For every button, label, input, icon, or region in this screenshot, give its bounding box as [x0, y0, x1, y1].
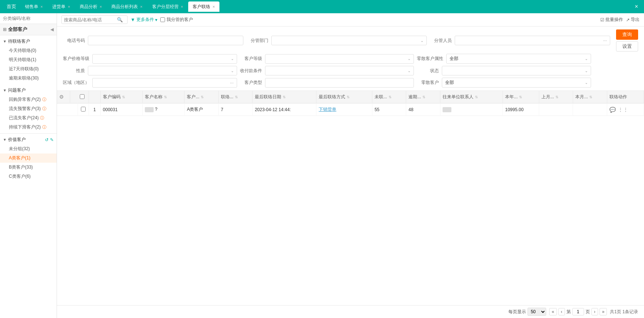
nav-home[interactable]: 首页 — [3, 2, 20, 11]
sidebar-item-class-a[interactable]: A类客户(1) — [0, 153, 57, 163]
tab-purchase-close[interactable]: × — [68, 4, 70, 9]
region-input[interactable]: ··· — [92, 78, 237, 88]
payment-input[interactable]: ⌄ — [265, 66, 414, 75]
td-contact-count: 7 — [218, 103, 252, 116]
refresh-icon[interactable]: ↺ — [45, 137, 49, 142]
phone-input[interactable] — [88, 36, 243, 45]
sidebar-item-churned[interactable]: 已流失客户(24) ⓘ — [0, 113, 57, 123]
sort-icon-unit-contact[interactable]: ⇅ — [475, 95, 478, 99]
page-number-input[interactable] — [572, 308, 584, 315]
dept-chevron-icon: ⌄ — [421, 39, 423, 43]
th-contact-count-label: 联络... — [221, 94, 233, 100]
sidebar-item-unclassified[interactable]: 未分组(32) — [0, 144, 57, 153]
tab-customer-contact-close[interactable]: × — [212, 4, 215, 9]
sort-icon-type[interactable]: ⇅ — [201, 95, 204, 99]
tab-sales[interactable]: 销售单 × — [21, 1, 47, 12]
table-header-row: ⚙ 客户编码 ⇅ — [57, 91, 644, 103]
customer-level-input[interactable]: ⌄ — [265, 54, 414, 64]
filter-search-icon[interactable]: 🔍 — [117, 17, 123, 22]
filter-field-nature: 性质 ⌄ — [63, 66, 237, 75]
scatter-attr-input[interactable]: 全部 ⌄ — [446, 54, 591, 64]
sidebar-item-declining[interactable]: 持续下滑客户(2) ⓘ — [0, 123, 57, 132]
problem-customers-header[interactable]: ▼ 问题客户 — [0, 86, 57, 95]
export-button[interactable]: ↗ 导出 — [626, 17, 640, 23]
my-customers-checkbox[interactable] — [160, 17, 165, 22]
value-customers-header[interactable]: ▼ 价值客户 ↺ ✎ — [0, 135, 57, 144]
query-button[interactable]: 查询 — [616, 29, 638, 40]
tab-customer-tier-close[interactable]: × — [181, 4, 183, 9]
page-suffix-label: 页 — [586, 309, 590, 315]
tab-goods-analysis-list-close[interactable]: × — [140, 4, 142, 9]
customer-type-input[interactable] — [265, 78, 414, 88]
sidebar-item-today[interactable]: 今天待联络(0) — [0, 46, 57, 55]
sort-icon-last-month[interactable]: ⇅ — [555, 95, 558, 99]
contact-icon[interactable]: 💬 — [609, 107, 616, 113]
pending-contact-header[interactable]: ▼ 待联络客户 — [0, 37, 57, 46]
select-all-checkbox[interactable] — [80, 94, 85, 99]
nature-input[interactable]: ⌄ — [88, 66, 237, 75]
td-name: ? — [143, 103, 185, 116]
settings-icon[interactable]: ⚙ — [59, 94, 64, 100]
sort-icon-this-year[interactable]: ⇅ — [519, 95, 522, 99]
per-page-select[interactable]: 50 100 200 — [527, 308, 546, 316]
my-customers-filter[interactable]: 我分管的客户 — [160, 17, 193, 23]
main-layout: 🔍 ⊞ 全部客户 ◀ ▼ 待联络客户 今天待联络(0) 明天待联络(1) 近7天… — [0, 13, 644, 318]
tab-customer-tier[interactable]: 客户分层经营 × — [148, 1, 187, 12]
sort-icon-this-month[interactable]: ⇅ — [589, 95, 592, 99]
last-page-button[interactable]: » — [600, 308, 607, 315]
tab-goods-analysis[interactable]: 商品分析 × — [75, 1, 106, 12]
sort-icon-overdue[interactable]: ⇅ — [422, 95, 425, 99]
last-method-link[interactable]: 下销货单 — [319, 107, 336, 112]
sort-icon-last-method[interactable]: ⇅ — [347, 95, 350, 99]
prev-page-button[interactable]: ‹ — [558, 308, 565, 315]
close-all-button[interactable]: × — [632, 3, 641, 10]
sidebar-item-overdue[interactable]: 逾期未联络(30) — [0, 74, 57, 83]
sidebar-item-churn-warning[interactable]: 流失预警客户(3) ⓘ — [0, 104, 57, 113]
batch-button[interactable]: ☑ 批量操作 — [600, 17, 623, 23]
sort-icon-code[interactable]: ⇅ — [122, 95, 125, 99]
status-input[interactable]: ⌄ — [442, 66, 591, 75]
sort-icon-name[interactable]: ⇅ — [164, 95, 167, 99]
tab-customer-contact[interactable]: 客户联络 × — [188, 1, 219, 12]
problem-group-label: 问题客户 — [8, 87, 26, 93]
th-uncontacted: 未联... ⇅ — [372, 91, 406, 103]
filter-field-person: 分管人员 ··· — [430, 36, 610, 45]
dept-input[interactable]: ⌄ — [271, 36, 427, 45]
sidebar-item-tomorrow[interactable]: 明天待联络(1) — [0, 55, 57, 64]
person-input[interactable]: ··· — [455, 36, 610, 45]
filter-field-price-tier: 客户价格等级 ⌄ — [63, 54, 237, 64]
scatter-input[interactable]: 全部 ⌄ — [442, 78, 591, 88]
collapse-icon[interactable]: ◀ — [50, 27, 54, 32]
scatter-attr-value: 全部 — [450, 56, 458, 62]
sidebar-item-7days-label: 近7天待联络(0) — [9, 66, 39, 72]
td-num: 1 — [89, 103, 100, 116]
next-page-button[interactable]: › — [591, 308, 598, 315]
person-label: 分管人员 — [430, 38, 452, 44]
edit-icon[interactable]: ✎ — [50, 137, 54, 142]
filter-field-region: 区域（地区） ··· — [63, 78, 237, 88]
tab-purchase[interactable]: 进货单 × — [48, 1, 74, 12]
first-page-button[interactable]: « — [549, 308, 557, 315]
sidebar-item-class-b[interactable]: B类客户(33) — [0, 163, 57, 172]
sort-icon-uncontacted[interactable]: ⇅ — [389, 95, 391, 99]
sidebar-item-7days[interactable]: 近7天待联络(0) — [0, 64, 57, 74]
more-filters-button[interactable]: ▼ 更多条件 ▾ — [130, 17, 157, 23]
sort-icon-contact[interactable]: ⇅ — [235, 95, 238, 99]
sidebar-item-class-c[interactable]: C类客户(6) — [0, 172, 57, 181]
tab-goods-analysis-close[interactable]: × — [100, 4, 102, 9]
th-unit-contact: 往来单位联系人 ⇅ — [440, 91, 503, 103]
filter-search-input[interactable] — [64, 17, 115, 22]
sidebar-item-repurchase-abnormal[interactable]: 回购异常客户(2) ⓘ — [0, 95, 57, 104]
tab-goods-analysis-list[interactable]: 商品分析列表 × — [107, 1, 147, 12]
sort-icon-last-date[interactable]: ⇅ — [283, 95, 286, 99]
all-customers-header[interactable]: ⊞ 全部客户 ◀ — [0, 24, 57, 35]
price-tier-input[interactable]: ⌄ — [92, 54, 237, 64]
value-arrow-icon: ▼ — [3, 138, 7, 142]
setting-button[interactable]: 设置 — [616, 41, 638, 52]
sidebar-search-input[interactable] — [3, 16, 58, 21]
customer-type-label: 客户类型 — [240, 80, 262, 86]
more-action-icon[interactable]: ⋮⋮ — [618, 107, 628, 113]
all-customers-label: 全部客户 — [8, 26, 49, 33]
tab-sales-close[interactable]: × — [40, 4, 43, 9]
row-checkbox[interactable] — [81, 107, 86, 112]
